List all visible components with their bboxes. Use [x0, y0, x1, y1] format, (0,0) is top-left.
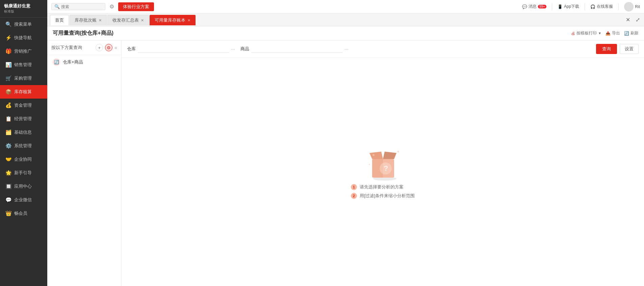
svg-marker-2: [369, 152, 383, 159]
brand-name: 畅康通好生意: [4, 3, 43, 9]
user-profile[interactable]: Rit: [624, 2, 640, 11]
search-input[interactable]: [61, 4, 98, 9]
add-scheme-button[interactable]: +: [96, 44, 103, 51]
filter-panel-title: 按以下方案查询: [51, 45, 82, 51]
sidebar-header: 畅康通好生意 标准版: [0, 0, 47, 18]
sidebar-item-label: 搜索菜单: [14, 21, 32, 27]
filter-panel: 按以下方案查询 + ⚙ « 🔄 仓库+商品: [47, 41, 122, 286]
sidebar-item-inventory[interactable]: 📦 库存核算: [0, 85, 47, 99]
collapse-panel-button[interactable]: «: [114, 45, 117, 50]
handshake-icon: 🤝: [5, 156, 11, 162]
divider3: [618, 3, 619, 10]
svg-text:?: ?: [384, 164, 388, 173]
sidebar-item-label: 畅会员: [14, 210, 27, 216]
print-label: 按模板打印: [576, 30, 597, 36]
empty-state: ? 1 请先选择要分析的方案 2 用[过滤]条件来缩小分析范围: [122, 58, 644, 286]
goods-input[interactable]: [251, 45, 342, 53]
topbar-search-box[interactable]: 🔍: [51, 3, 105, 10]
setting-button[interactable]: 设置: [620, 44, 639, 54]
divider: [552, 3, 552, 10]
sidebar-item-label: 资金管理: [14, 102, 32, 108]
messages-button[interactable]: 💬 消息 99+: [522, 4, 546, 9]
svg-point-9: [369, 164, 370, 165]
refresh-button[interactable]: 🔄 刷新: [624, 30, 639, 36]
sidebar-item-marketing[interactable]: 🎁 营销推广: [0, 45, 47, 58]
phone-icon: 📱: [558, 4, 563, 9]
refresh-label: 刷新: [630, 30, 639, 36]
query-button[interactable]: 查询: [596, 44, 617, 54]
filter-scheme-label: 仓库+商品: [63, 59, 83, 65]
filter-scheme-item[interactable]: 🔄 仓库+商品: [47, 55, 121, 69]
money-icon: 💰: [5, 102, 11, 108]
sidebar-item-label: 营销推广: [14, 48, 32, 54]
plus-icon: +: [98, 45, 101, 50]
topbar-right: 💬 消息 99+ 📱 App下载 🎧 在线客服 Rit: [522, 2, 640, 11]
sidebar-item-finance[interactable]: 💰 资金管理: [0, 99, 47, 112]
sidebar-item-label: 基础信息: [14, 129, 32, 135]
empty-tips: 1 请先选择要分析的方案 2 用[过滤]条件来缩小分析范围: [351, 184, 415, 199]
tab-available-label: 可用量库存账本: [155, 17, 185, 23]
warehouse-more-button[interactable]: ···: [231, 46, 235, 52]
tabbar-actions: ✕ ⤢: [624, 16, 641, 24]
tab-home-label: 首页: [55, 17, 64, 23]
settings-icon[interactable]: ⚙: [108, 3, 115, 10]
close-tab-button[interactable]: ✕: [624, 16, 632, 24]
sidebar-nav: 🔍 搜索菜单 ⚡ 快捷导航 🎁 营销推广 📊 销售管理 🛒 采购管理 📦 库存核…: [0, 18, 47, 286]
sidebar-item-search[interactable]: 🔍 搜索菜单: [0, 18, 47, 31]
sidebar-item-basic[interactable]: 🗂️ 基础信息: [0, 126, 47, 139]
messages-badge: 99+: [538, 5, 546, 8]
tab-available[interactable]: 可用量库存账本 ✕: [150, 15, 196, 25]
divider2: [585, 3, 585, 10]
tab-summary[interactable]: 收发存汇总表 ✕: [107, 15, 149, 25]
app-download-button[interactable]: 📱 App下载: [558, 4, 579, 9]
sidebar-item-sales[interactable]: 📊 销售管理: [0, 58, 47, 72]
search-icon: 🔍: [54, 4, 60, 9]
sidebar-item-purchase[interactable]: 🛒 采购管理: [0, 72, 47, 85]
message-icon: 💬: [522, 4, 527, 9]
sidebar-item-member[interactable]: 👑 畅会员: [0, 207, 47, 220]
apps-icon: 🔲: [5, 183, 11, 189]
industry-solution-button[interactable]: 体验行业方案: [118, 2, 154, 11]
warehouse-input[interactable]: [138, 45, 229, 53]
tab-summary-close[interactable]: ✕: [141, 18, 144, 23]
sidebar-item-operations[interactable]: 📋 经营管理: [0, 112, 47, 126]
scheme-settings-button[interactable]: ⚙: [105, 44, 112, 51]
tab-home[interactable]: 首页: [50, 15, 69, 25]
expand-button[interactable]: ⤢: [634, 16, 641, 24]
tab-summary-label: 收发存汇总表: [112, 17, 139, 23]
export-button[interactable]: 📤 导出: [606, 30, 620, 36]
settings-icon: ⚙: [107, 45, 111, 50]
sidebar-item-guide[interactable]: 🌟 新手引导: [0, 166, 47, 180]
brand-sub: 标准版: [4, 9, 43, 14]
headset-icon: 🎧: [590, 4, 595, 9]
page-title: 可用量查询(按仓库+商品): [53, 30, 113, 37]
right-panel: 仓库 ··· 商品 ··· 查询 设置: [122, 41, 644, 286]
online-service-label: 在线客服: [597, 4, 613, 9]
empty-tip-1: 1 请先选择要分析的方案: [351, 184, 415, 190]
tab-batch[interactable]: 库存批次账 ✕: [70, 15, 107, 25]
empty-illustration: ?: [366, 145, 400, 179]
wechat-icon: 💬: [5, 197, 11, 203]
star-icon: 🌟: [5, 170, 11, 176]
online-service-button[interactable]: 🎧 在线客服: [590, 4, 613, 9]
tab-batch-label: 库存批次账: [75, 17, 97, 23]
printer-icon: 🖨: [571, 31, 575, 36]
tab-batch-close[interactable]: ✕: [99, 18, 102, 23]
sidebar-item-label: 经营管理: [14, 116, 32, 122]
print-button[interactable]: 🖨 按模板打印 ▼: [571, 30, 601, 36]
main-area: 🔍 ⚙ 体验行业方案 💬 消息 99+ 📱 App下载 🎧 在线客服: [47, 0, 644, 286]
tab-available-close[interactable]: ✕: [187, 18, 190, 23]
content-area: 按以下方案查询 + ⚙ « 🔄 仓库+商品: [47, 41, 644, 286]
sidebar-item-enterprise[interactable]: 🤝 企业协同: [0, 153, 47, 166]
sidebar-item-shortcut[interactable]: ⚡ 快捷导航: [0, 31, 47, 45]
sidebar-item-apps[interactable]: 🔲 应用中心: [0, 180, 47, 193]
svg-point-8: [397, 151, 399, 153]
sidebar-item-system[interactable]: ⚙️ 系统管理: [0, 139, 47, 153]
sidebar-item-wechat[interactable]: 💬 企业微信: [0, 193, 47, 207]
query-bar: 仓库 ··· 商品 ··· 查询 设置: [122, 41, 644, 58]
page-header: 可用量查询(按仓库+商品) 🖨 按模板打印 ▼ 📤 导出 🔄 刷新: [47, 26, 644, 41]
tip-text-2: 用[过滤]条件来缩小分析范围: [360, 193, 415, 199]
goods-more-button[interactable]: ···: [344, 46, 349, 52]
chart-icon: 📊: [5, 62, 11, 68]
page-header-actions: 🖨 按模板打印 ▼ 📤 导出 🔄 刷新: [571, 30, 639, 36]
